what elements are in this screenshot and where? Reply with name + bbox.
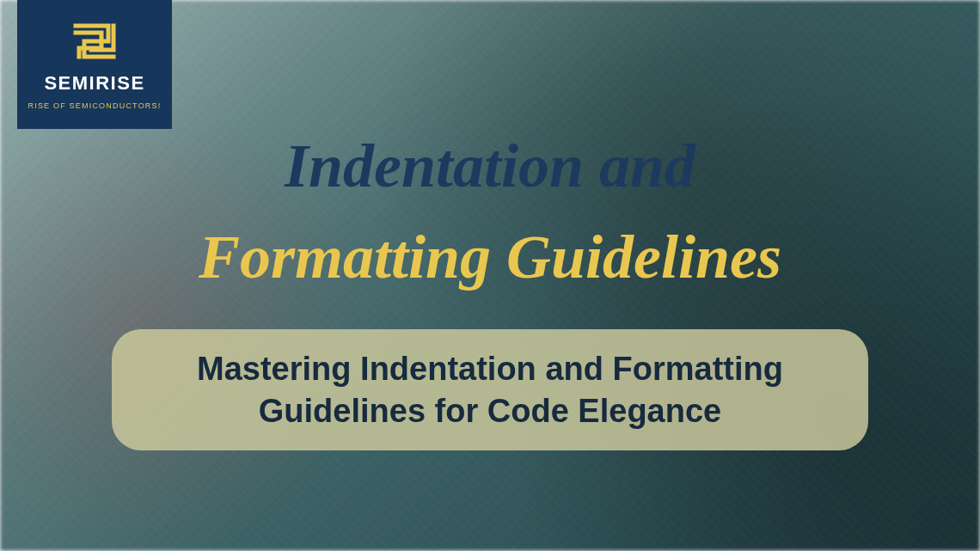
subtitle-text: Mastering Indentation and Formatting Gui…	[150, 348, 830, 432]
subtitle-pill: Mastering Indentation and Formatting Gui…	[112, 329, 868, 450]
title-block: Indentation and Formatting Guidelines	[199, 135, 781, 288]
title-line-1: Indentation and	[199, 135, 781, 197]
hero-content: Indentation and Formatting Guidelines Ma…	[0, 0, 980, 551]
title-line-2: Formatting Guidelines	[199, 226, 781, 288]
